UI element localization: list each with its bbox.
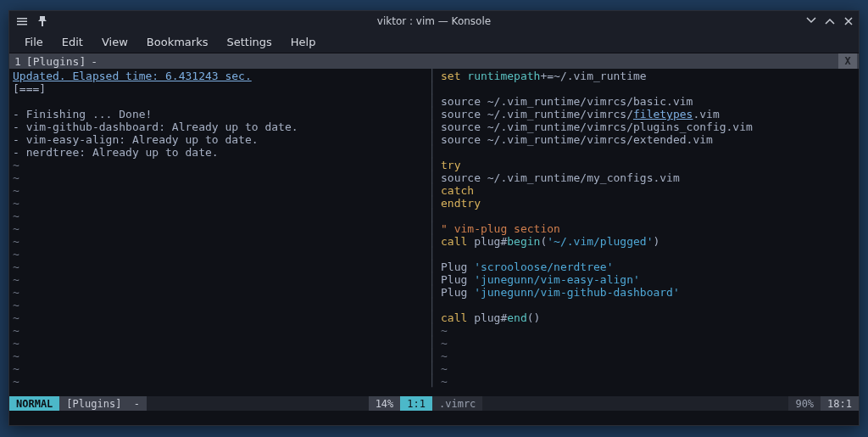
status-pos-right: 18:1 xyxy=(821,396,859,411)
tilde-line: ~ xyxy=(13,210,424,222)
window-title: viktor : vim — Konsole xyxy=(9,15,859,27)
text-line: " vim-plug section xyxy=(441,222,855,235)
tilde-line: ~ xyxy=(13,159,424,171)
tilde-line: ~ xyxy=(13,171,424,184)
menu-help[interactable]: Help xyxy=(291,36,316,48)
close-button[interactable] xyxy=(843,16,854,26)
text-line: Plug 'junegunn/vim-easy-align' xyxy=(441,273,855,286)
menu-file[interactable]: File xyxy=(25,36,43,48)
tilde-line: ~ xyxy=(13,375,424,388)
vim-tabline: 1 [Plugins] - X xyxy=(9,53,859,69)
minimize-button[interactable] xyxy=(806,16,816,26)
text-line: source ~/.vim_runtime/vimrcs/basic.vim xyxy=(441,95,855,108)
tilde-line: ~ xyxy=(13,286,424,299)
vim-tab[interactable]: 1 [Plugins] - xyxy=(9,55,103,68)
maximize-button[interactable] xyxy=(825,16,835,26)
tilde-line: ~ xyxy=(441,337,855,350)
tilde-line: ~ xyxy=(441,375,855,388)
status-spacer-right xyxy=(482,396,788,411)
tilde-line: ~ xyxy=(13,299,424,311)
tilde-line: ~ xyxy=(13,362,424,375)
menu-settings[interactable]: Settings xyxy=(226,36,271,48)
tab-index: 1 xyxy=(14,55,21,68)
text-line: source ~/.vim_runtime/vimrcs/plugins_con… xyxy=(441,120,855,133)
text-line: try xyxy=(441,159,855,171)
left-pane[interactable]: Updated. Elapsed time: 6.431243 sec.[===… xyxy=(9,69,427,396)
right-pane[interactable]: set runtimepath+=~/.vim_runtime source ~… xyxy=(437,69,859,396)
text-line: call plug#end() xyxy=(441,311,855,324)
tilde-line: ~ xyxy=(13,261,424,273)
text-line: - nerdtree: Already up to date. xyxy=(13,146,424,159)
menu-view[interactable]: View xyxy=(102,36,128,48)
tab-flag: - xyxy=(91,55,97,68)
text-line xyxy=(441,146,855,159)
text-line: set runtimepath+=~/.vim_runtime xyxy=(441,70,855,82)
status-file-right: .vimrc xyxy=(432,396,482,411)
tab-name: [Plugins] xyxy=(26,55,86,68)
text-line: Updated. Elapsed time: 6.431243 sec. xyxy=(13,70,424,82)
tilde-line: ~ xyxy=(441,362,855,375)
text-line: [===] xyxy=(13,82,424,95)
text-line xyxy=(441,82,855,95)
tab-close-label: X xyxy=(844,55,850,67)
text-line xyxy=(441,210,855,222)
tilde-line: ~ xyxy=(13,197,424,210)
text-line: - vim-github-dashboard: Already up to da… xyxy=(13,120,424,133)
text-line: - vim-easy-align: Already up to date. xyxy=(13,133,424,146)
tilde-line: ~ xyxy=(13,184,424,197)
statusbars: NORMAL [Plugins] - 14% 1:1 .vimrc 90% 18… xyxy=(9,396,859,411)
command-line[interactable] xyxy=(9,411,859,425)
menu-edit[interactable]: Edit xyxy=(62,36,83,48)
tilde-line: ~ xyxy=(13,248,424,261)
mode-indicator: NORMAL xyxy=(9,396,59,411)
text-line: endtry xyxy=(441,197,855,210)
status-file-flag: - xyxy=(134,398,140,410)
tilde-line: ~ xyxy=(13,222,424,235)
menu-bookmarks[interactable]: Bookmarks xyxy=(147,36,209,48)
menubar: File Edit View Bookmarks Settings Help xyxy=(9,31,859,53)
status-percent-right: 90% xyxy=(788,396,821,411)
tilde-line: ~ xyxy=(13,311,424,324)
text-line xyxy=(441,299,855,311)
status-right: .vimrc 90% 18:1 xyxy=(432,396,859,411)
vertical-separator: │ │ │ │ │ │ │ │ │ │ │ │ │ │ │ │ │ │ │ │ … xyxy=(427,69,437,396)
text-line: Plug 'junegunn/vim-github-dashboard' xyxy=(441,286,855,299)
text-line: source ~/.vim_runtime/vimrcs/extended.vi… xyxy=(441,133,855,146)
tab-close-button[interactable]: X xyxy=(838,53,857,69)
text-line: source ~/.vim_runtime/vimrcs/filetypes.v… xyxy=(441,108,855,120)
tilde-line: ~ xyxy=(13,324,424,337)
text-line: Plug 'scrooloose/nerdtree' xyxy=(441,261,855,273)
status-file-name: [Plugins] xyxy=(66,398,121,410)
text-line: - Finishing ... Done! xyxy=(13,108,424,120)
tilde-line: ~ xyxy=(13,337,424,350)
svg-rect-0 xyxy=(17,18,27,20)
tilde-line: ~ xyxy=(441,324,855,337)
vim-panes: Updated. Elapsed time: 6.431243 sec.[===… xyxy=(9,69,859,396)
tilde-line: ~ xyxy=(13,273,424,286)
tilde-line: ~ xyxy=(13,235,424,248)
titlebar[interactable]: viktor : vim — Konsole xyxy=(9,11,859,31)
text-line: catch xyxy=(441,184,855,197)
konsole-window: viktor : vim — Konsole File Edit View Bo… xyxy=(8,10,860,426)
status-pos-left: 1:1 xyxy=(400,396,432,411)
pin-icon[interactable] xyxy=(36,15,48,27)
svg-rect-2 xyxy=(17,24,27,25)
status-percent-left: 14% xyxy=(369,396,401,411)
text-line xyxy=(13,95,424,108)
svg-rect-1 xyxy=(17,21,27,23)
app-menu-icon[interactable] xyxy=(16,15,28,27)
tilde-line: ~ xyxy=(441,350,855,362)
status-file-left: [Plugins] - xyxy=(59,396,147,411)
tilde-line: ~ xyxy=(13,350,424,362)
status-left: NORMAL [Plugins] - 14% 1:1 xyxy=(9,396,432,411)
text-line xyxy=(441,248,855,261)
text-line: call plug#begin('~/.vim/plugged') xyxy=(441,235,855,248)
status-spacer-left xyxy=(147,396,369,411)
text-line: source ~/.vim_runtime/my_configs.vim xyxy=(441,171,855,184)
